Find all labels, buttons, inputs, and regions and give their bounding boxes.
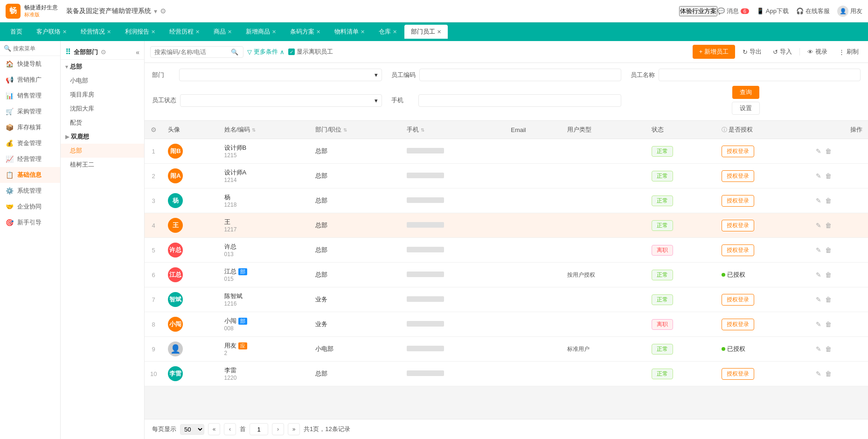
export-button[interactable]: ↻ 导出 (739, 46, 765, 58)
delete-icon[interactable]: 🗑 (825, 197, 832, 204)
authorize-btn[interactable]: 授权登录 (722, 195, 754, 207)
filter-emp-code-input[interactable] (419, 69, 621, 81)
edit-icon[interactable]: ✎ (816, 197, 821, 204)
reset-button[interactable]: 设置 (732, 102, 760, 115)
sidebar-item-finance[interactable]: 💰 资金管理 (0, 135, 60, 151)
close-warehouse-tab[interactable]: ✕ (393, 29, 397, 35)
close-bom-tab[interactable]: ✕ (361, 29, 365, 35)
close-history-tab[interactable]: ✕ (195, 29, 200, 35)
dropdown-arrow-icon[interactable]: ▾ (154, 7, 157, 15)
col-dept-position[interactable]: 部门/职位 ⇅ (310, 121, 401, 139)
page-number-input[interactable] (250, 423, 268, 435)
tree-item-peihuo[interactable]: 配货 (61, 116, 144, 130)
edit-icon[interactable]: ✎ (816, 222, 821, 229)
last-page-btn[interactable]: » (288, 423, 300, 435)
tree-collapse-btn[interactable]: « (136, 49, 139, 56)
add-employee-button[interactable]: + 新增员工 (693, 45, 735, 59)
delete-icon[interactable]: 🗑 (825, 222, 832, 229)
sidebar-item-collab[interactable]: 🤝 企业协同 (0, 199, 60, 215)
sidebar-item-marketing[interactable]: 📢 营销推广 (0, 72, 60, 88)
prev-page-btn[interactable]: ‹ (224, 423, 236, 435)
edit-icon[interactable]: ✎ (816, 147, 821, 155)
user-button[interactable]: 👤 用友 (837, 6, 862, 17)
trial-button[interactable]: 体验行业方案 (679, 6, 717, 16)
tab-warehouse[interactable]: 仓库 ✕ (372, 25, 403, 39)
close-dept-tab[interactable]: ✕ (437, 29, 441, 35)
delete-icon[interactable]: 🗑 (825, 246, 832, 254)
gear-settings-icon[interactable]: ⚙ (160, 7, 166, 15)
message-button[interactable]: 💬 消息 6 (717, 7, 749, 15)
tab-bom[interactable]: 物料清单 ✕ (328, 25, 371, 39)
filter-status-select[interactable]: ▾ (180, 94, 382, 107)
close-customer-tab[interactable]: ✕ (62, 29, 67, 35)
tab-barcode[interactable]: 条码方案 ✕ (284, 25, 327, 39)
sidebar-item-basic[interactable]: 📋 基础信息 (0, 167, 60, 183)
tab-operation[interactable]: 经营情况 ✕ (74, 25, 118, 39)
delete-icon[interactable]: 🗑 (825, 147, 832, 155)
edit-icon[interactable]: ✎ (816, 345, 821, 353)
more-btn[interactable]: ⋮ 刷制 (835, 46, 862, 58)
delete-icon[interactable]: 🗑 (825, 345, 832, 353)
edit-icon[interactable]: ✎ (816, 271, 821, 279)
tree-item-zongbu[interactable]: 总部 (61, 144, 144, 158)
authorize-btn[interactable]: 授权登录 (722, 319, 754, 330)
tab-goods[interactable]: 商品 ✕ (207, 25, 238, 39)
sidebar-item-operation[interactable]: 📈 经营管理 (0, 151, 60, 167)
sidebar-search-input[interactable] (13, 45, 61, 52)
edit-icon[interactable]: ✎ (816, 296, 821, 303)
tree-item-shenyangdaku[interactable]: 沈阳大库 (61, 102, 144, 116)
col-phone[interactable]: 手机 ⇅ (401, 121, 505, 139)
first-page-btn[interactable]: « (208, 423, 220, 435)
edit-icon[interactable]: ✎ (816, 172, 821, 180)
import-button[interactable]: ↺ 导入 (769, 46, 796, 58)
sidebar-item-system[interactable]: ⚙️ 系统管理 (0, 183, 60, 199)
search-input[interactable] (154, 49, 229, 56)
tab-dept-employee[interactable]: 部门员工 ✕ (404, 25, 448, 39)
sidebar-item-guide[interactable]: 🎯 新手引导 (0, 215, 60, 230)
delete-icon[interactable]: 🗑 (825, 321, 832, 328)
show-resigned-toggle[interactable]: ✓ 显示离职员工 (288, 48, 333, 56)
delete-icon[interactable]: 🗑 (825, 296, 832, 303)
close-new-goods-tab[interactable]: ✕ (272, 29, 276, 35)
authorize-btn[interactable]: 授权登录 (722, 146, 754, 157)
authorize-btn[interactable]: 授权登录 (722, 368, 754, 380)
close-barcode-tab[interactable]: ✕ (316, 29, 320, 35)
filter-dept-select[interactable]: ▾ (179, 69, 382, 81)
per-page-select[interactable]: 50 100 (180, 424, 204, 435)
close-profit-tab[interactable]: ✕ (151, 29, 155, 35)
tree-item-xiangmukufang[interactable]: 项目库房 (61, 88, 144, 102)
tree-group-shuangluxiang[interactable]: ▶ 双鹿想 (61, 130, 144, 144)
tab-new-goods[interactable]: 新增商品 ✕ (239, 25, 283, 39)
next-page-btn[interactable]: › (272, 423, 284, 435)
filter-phone-input[interactable] (418, 94, 621, 107)
sidebar-item-inventory[interactable]: 📦 库存核算 (0, 119, 60, 135)
authorize-btn[interactable]: 授权登录 (722, 220, 754, 231)
tree-group-zongbu[interactable]: ▾ 总部 (61, 60, 144, 74)
edit-icon[interactable]: ✎ (816, 246, 821, 254)
tree-item-zhishu[interactable]: 植树王二 (61, 158, 144, 172)
tree-settings-icon[interactable]: ⊙ (101, 49, 106, 56)
delete-icon[interactable]: 🗑 (825, 271, 832, 279)
close-operation-tab[interactable]: ✕ (107, 29, 111, 35)
query-button[interactable]: 查询 (732, 86, 759, 99)
authorize-btn[interactable]: 授权登录 (722, 294, 754, 306)
show-resigned-checkbox[interactable]: ✓ (288, 49, 295, 55)
delete-icon[interactable]: 🗑 (825, 172, 832, 180)
edit-icon[interactable]: ✎ (816, 321, 821, 328)
view-button[interactable]: 👁 视录 (804, 46, 831, 58)
table-settings-icon[interactable]: ⚙ (151, 126, 157, 133)
tab-home[interactable]: 首页 (4, 25, 29, 39)
filter-emp-name-input[interactable] (659, 69, 861, 81)
col-name-code[interactable]: 姓名/编码 ⇅ (219, 121, 310, 139)
sidebar-item-purchase[interactable]: 🛒 采购管理 (0, 104, 60, 119)
authorize-btn[interactable]: 授权登录 (722, 170, 754, 182)
authorize-btn[interactable]: 授权登录 (722, 244, 754, 256)
tab-history[interactable]: 经营历程 ✕ (163, 25, 206, 39)
sidebar-item-quick-nav[interactable]: 🏠 快捷导航 (0, 56, 60, 72)
delete-icon[interactable]: 🗑 (825, 370, 832, 377)
tab-customer[interactable]: 客户联络 ✕ (30, 25, 73, 39)
tab-profit[interactable]: 利润报告 ✕ (118, 25, 162, 39)
more-filter-btn[interactable]: ▽ 更多条件 ∧ (247, 48, 285, 56)
sidebar-item-sales[interactable]: 📊 销售管理 (0, 88, 60, 104)
online-service-button[interactable]: 🎧 在线客服 (796, 7, 830, 15)
